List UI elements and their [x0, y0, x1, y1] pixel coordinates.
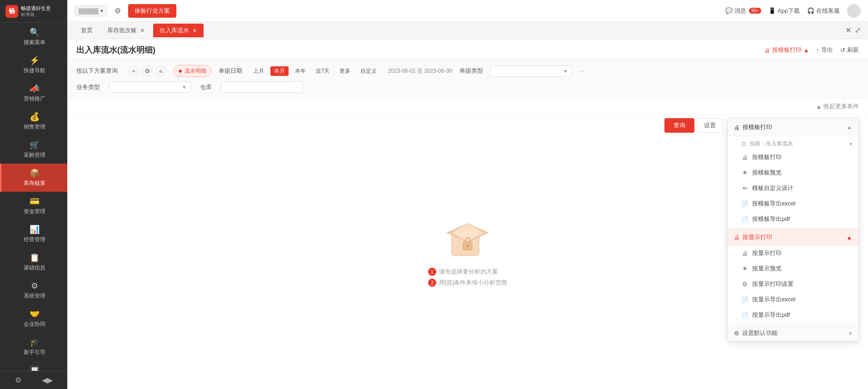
template-custom-icon: ✏ — [741, 185, 748, 192]
sidebar-item-sys-mgmt[interactable]: ⚙ 系统管理 — [0, 276, 67, 304]
sidebar-item-basic-info[interactable]: 📋 基础信息 — [0, 248, 67, 276]
online-service-btn[interactable]: 🎧 在线客服 — [807, 7, 840, 15]
biz-type-label: 业务类型 — [76, 83, 100, 91]
page-title: 出入库流水(流水明细) — [76, 45, 155, 55]
action-row: ▲ 收起更多条件 — [67, 99, 868, 115]
panel-item-template-preview[interactable]: 👁 按模板预览 — [728, 165, 858, 180]
panel-display-header: 🖨 按显示打印 ▲ — [728, 229, 858, 245]
svg-point-4 — [466, 244, 469, 247]
panel-template-header: 🖨 按模板打印 ▲ — [728, 119, 858, 136]
empty-illustration — [445, 217, 490, 262]
filter-tag[interactable]: ● 流水明细 — [173, 65, 211, 77]
sidebar-settings-btn[interactable]: ⚙ — [15, 376, 21, 384]
warehouse-input[interactable]: ··· — [221, 81, 303, 93]
print-template-section-icon: 🖨 — [734, 124, 740, 131]
sidebar-collapse-btn[interactable]: ◀▶ — [42, 376, 53, 384]
window-close-btn[interactable]: ✕ — [845, 26, 851, 35]
query-set-btns: 查询 设置 — [664, 118, 723, 133]
topbar-settings-btn[interactable]: ⚙ — [111, 4, 125, 18]
doc-type-more[interactable]: ··· — [579, 68, 584, 75]
set-button[interactable]: 设置 — [697, 118, 723, 133]
filter-add-btn[interactable]: + — [129, 66, 139, 76]
beginner-icon: 🎓 — [30, 337, 40, 347]
sidebar-item-ops[interactable]: 📊 经营管理 — [0, 220, 67, 248]
template-preview-icon: 👁 — [741, 169, 748, 176]
warehouse-label: 仓库 — [200, 83, 212, 91]
message-btn[interactable]: 💬 消息 99+ — [725, 7, 761, 15]
tab-home[interactable]: 首页 — [75, 24, 99, 37]
sidebar: 畅 畅捷通好生意 标准版 🔍 搜索菜单 ⚡ 快捷导航 📣 营销推广 💰 销售管理… — [0, 0, 67, 389]
sidebar-item-sales[interactable]: 💰 销售管理 — [0, 107, 67, 135]
filter-collapse-btn[interactable]: « — [156, 66, 166, 76]
export-btn[interactable]: ↑ 导出 — [817, 46, 833, 54]
filter-area: 按以下方案查询 + ⚙ « ● 流水明细 单据日期 上月 本月 本年 — [67, 60, 868, 99]
tab-batch-account[interactable]: 库存批次账 × — [101, 24, 151, 37]
sales-icon: 💰 — [30, 112, 40, 122]
app-download-btn[interactable]: 📱 App下载 — [768, 7, 800, 15]
biz-type-select[interactable]: ▾ — [109, 81, 191, 93]
panel-item-display-preview[interactable]: 👁 按显示预览 — [728, 261, 858, 276]
date-this-month[interactable]: 本月 — [270, 66, 289, 76]
tab-batch-account-close[interactable]: × — [140, 27, 145, 34]
print-template-btn[interactable]: 🖨 按模板打印 ▲ — [764, 46, 809, 54]
panel-item-display-print[interactable]: 🖨 按显示打印 — [728, 245, 858, 261]
dropdown-panel: 🖨 按模板打印 ▲ 🗒 当前：出入库流水 ▾ 🖨 按模板打印 � — [727, 118, 859, 341]
tab-inout-flow[interactable]: 出入库流水 × — [153, 24, 204, 37]
panel-item-template-custom[interactable]: ✏ 模板自定义设计 — [728, 180, 858, 196]
panel-item-template-excel[interactable]: 📄 按模板导出excel — [728, 196, 858, 211]
hint-num-2: 2 — [428, 279, 436, 287]
date-this-year[interactable]: 本年 — [291, 66, 309, 76]
date-more[interactable]: 更多 — [336, 66, 354, 76]
panel-divider-2 — [728, 324, 858, 324]
sidebar-item-inventory[interactable]: 📦 库存核算 — [0, 164, 67, 192]
window-maximize-btn[interactable]: ⤢ — [855, 26, 861, 35]
template-print-icon: 🖨 — [741, 154, 748, 161]
sidebar-item-fund[interactable]: 💳 资金管理 — [0, 192, 67, 220]
main-area: ▓▓▓▓▓ ▾ ⚙ 体验行业方案 💬 消息 99+ 📱 App下载 🎧 在线客服 — [67, 0, 868, 389]
warehouse-more: ··· — [294, 84, 299, 90]
refresh-btn[interactable]: ↺ 刷新 — [840, 46, 859, 54]
panel-template-arrow[interactable]: ▲ — [847, 124, 852, 130]
filter-settings-btn[interactable]: ⚙ — [142, 66, 152, 76]
panel-item-display-pdf[interactable]: 📄 按显示导出pdf — [728, 307, 858, 323]
logo-icon: 畅 — [5, 5, 18, 18]
doc-type-label: 单据类型 — [459, 67, 483, 75]
topbar-left: ▓▓▓▓▓ ▾ ⚙ 体验行业方案 — [75, 4, 720, 18]
chevron-up-icon: ▲ — [803, 47, 809, 54]
date-custom[interactable]: 自定义 — [357, 66, 380, 76]
tab-bar: 首页 库存批次账 × 出入库流水 × ✕ ⤢ — [67, 22, 868, 39]
sidebar-item-search-menu[interactable]: 🔍 搜索菜单 — [0, 23, 67, 51]
query-button[interactable]: 查询 — [664, 118, 694, 133]
sidebar-item-app-center[interactable]: 🔲 应用中心 — [0, 361, 67, 371]
panel-footer[interactable]: ⚙ 设置默认功能 ▾ — [728, 325, 858, 341]
panel-item-display-excel[interactable]: 📄 按显示导出excel — [728, 292, 858, 307]
panel-item-template-print[interactable]: 🖨 按模板打印 — [728, 150, 858, 165]
doc-type-select[interactable]: ▾ — [490, 65, 572, 77]
marketing-icon: 📣 — [30, 84, 40, 94]
sidebar-item-marketing[interactable]: 📣 营销推广 — [0, 79, 67, 107]
sidebar-item-corp-coop[interactable]: 🤝 企业协同 — [0, 304, 67, 333]
page-content: 出入库流水(流水明细) 🖨 按模板打印 ▲ ↑ 导出 ↺ 刷新 — [67, 39, 868, 389]
filter-row-2: 业务类型 ▾ 仓库 ··· — [76, 81, 859, 93]
hint-item-1: 1 请先选择要分析的方案 — [428, 268, 507, 276]
industry-solution-btn[interactable]: 体验行业方案 — [128, 4, 176, 18]
display-pdf-icon: 📄 — [741, 311, 748, 319]
sidebar-item-quick-nav[interactable]: ⚡ 快捷导航 — [0, 51, 67, 79]
sidebar-item-beginner[interactable]: 🎓 新手引导 — [0, 333, 67, 361]
date-last-7-days[interactable]: 近7天 — [312, 66, 334, 76]
display-preview-icon: 👁 — [741, 265, 748, 272]
date-last-month[interactable]: 上月 — [249, 66, 268, 76]
collapse-more-btn[interactable]: ▲ 收起更多条件 — [816, 102, 859, 110]
filter-row-1: 按以下方案查询 + ⚙ « ● 流水明细 单据日期 上月 本月 本年 — [76, 65, 859, 77]
template-pdf-icon: 📄 — [741, 215, 748, 223]
panel-item-template-pdf[interactable]: 📄 按模板导出pdf — [728, 211, 858, 227]
user-selector[interactable]: ▓▓▓▓▓ ▾ — [75, 5, 107, 16]
date-label: 单据日期 — [219, 67, 242, 75]
tab-inout-flow-close[interactable]: × — [192, 27, 197, 34]
sidebar-item-purchase[interactable]: 🛒 采购管理 — [0, 135, 67, 164]
phone-icon: 📱 — [768, 7, 776, 14]
hint-num-1: 1 — [428, 268, 436, 276]
panel-item-display-print-settings[interactable]: ⚙ 按显示打印设置 — [728, 276, 858, 292]
avatar[interactable] — [847, 4, 861, 18]
panel-display-arrow[interactable]: ▲ — [846, 234, 852, 241]
